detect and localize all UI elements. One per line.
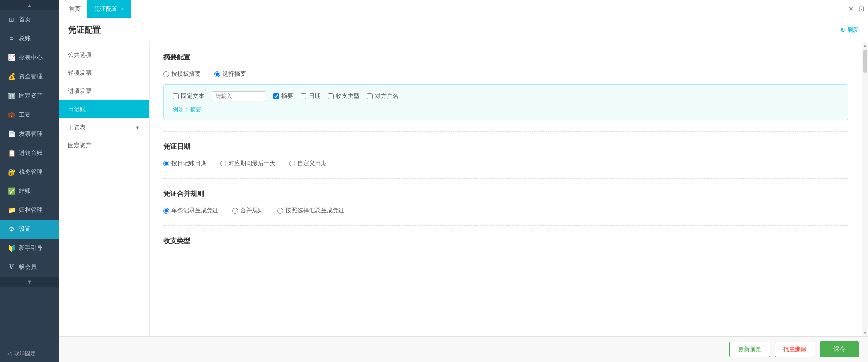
ledger-icon: ≡ bbox=[7, 35, 15, 42]
update-preview-button[interactable]: 更新预览 bbox=[729, 342, 770, 357]
left-nav-label: 销项发票 bbox=[68, 69, 92, 77]
tab-active-label: 凭证配置 bbox=[94, 5, 117, 13]
checkbox-fixed-text-label[interactable]: 固定文本 bbox=[173, 92, 204, 100]
member-icon: V bbox=[7, 264, 15, 271]
left-nav-journal[interactable]: 日记账 bbox=[59, 100, 149, 118]
sidebar-item-capital[interactable]: 💰 资金管理 bbox=[0, 67, 59, 86]
sidebar-item-guide[interactable]: 🔰 新手引导 bbox=[0, 239, 59, 258]
scroll-thumb[interactable] bbox=[863, 50, 867, 73]
left-nav-public[interactable]: 公共选项 bbox=[59, 46, 149, 64]
radio-custom-text: 自定义日期 bbox=[297, 159, 327, 167]
checkbox-summary-label[interactable]: 摘要 bbox=[273, 92, 293, 100]
right-content-wrapper: 摘要配置 按模板摘要 选择摘要 bbox=[150, 42, 862, 336]
checkbox-counterpart-text: 对方户名 bbox=[375, 92, 398, 100]
tax-icon: 🔐 bbox=[7, 168, 15, 176]
sidebar-item-settings[interactable]: ⚙ 设置 bbox=[0, 220, 59, 239]
invoice-mgr-icon: 📄 bbox=[7, 130, 15, 137]
radio-by-journal-input[interactable] bbox=[163, 161, 169, 166]
sidebar-item-home[interactable]: ⊞ 首页 bbox=[0, 10, 59, 29]
checkbox-summary-text: 摘要 bbox=[281, 92, 293, 100]
sidebar-scroll-down[interactable]: ▼ bbox=[0, 277, 59, 287]
radio-by-selection-input[interactable] bbox=[277, 208, 283, 214]
sidebar-item-invoice-mgr[interactable]: 📄 发票管理 bbox=[0, 124, 59, 143]
salary-icon: 💼 bbox=[7, 111, 15, 118]
sidebar-item-label: 总账 bbox=[19, 34, 31, 43]
right-scrollbar[interactable]: ▲ ▼ bbox=[862, 42, 868, 336]
page-header: 凭证配置 ↻ 刷新 bbox=[59, 18, 868, 42]
left-nav-sales[interactable]: 销项发票 bbox=[59, 64, 149, 82]
radio-merge-input[interactable] bbox=[232, 208, 238, 214]
scroll-up-arrow[interactable]: ▲ bbox=[863, 43, 868, 48]
checkbox-counterpart-label[interactable]: 对方户名 bbox=[367, 92, 398, 100]
fixed-text-input[interactable] bbox=[212, 91, 266, 101]
sidebar-item-assets[interactable]: 🏢 固定资产 bbox=[0, 86, 59, 105]
archive-icon: 📁 bbox=[7, 206, 15, 214]
refresh-button[interactable]: ↻ 刷新 bbox=[840, 26, 859, 34]
date-radio-group: 按日记账日期 对应期间最后一天 自定义日期 bbox=[163, 159, 848, 167]
tab-close-icon[interactable]: × bbox=[121, 6, 124, 12]
checkbox-counterpart-input[interactable] bbox=[367, 93, 373, 99]
sidebar-item-settle[interactable]: ✅ 结账 bbox=[0, 181, 59, 201]
checkbox-fixed-text-input[interactable] bbox=[173, 93, 179, 99]
radio-by-period-label[interactable]: 对应期间最后一天 bbox=[220, 159, 276, 167]
sidebar-item-ledger2[interactable]: 📋 进销台账 bbox=[0, 143, 59, 162]
assets-icon: 🏢 bbox=[7, 92, 15, 99]
left-nav-payroll[interactable]: 工资表 ▼ bbox=[59, 118, 149, 137]
radio-select-label[interactable]: 选择摘要 bbox=[214, 70, 246, 78]
sidebar-item-member[interactable]: V 畅会员 bbox=[0, 258, 59, 277]
example-label: 例如： bbox=[173, 106, 189, 113]
checkbox-income-type-label[interactable]: 收支类型 bbox=[328, 92, 359, 100]
radio-select-text: 选择摘要 bbox=[223, 70, 246, 78]
left-nav-label: 日记账 bbox=[68, 105, 86, 113]
batch-delete-button[interactable]: 批量删除 bbox=[775, 342, 815, 357]
radio-select-input[interactable] bbox=[214, 71, 220, 77]
section-merge: 凭证合并规则 单条记录生成凭证 合并规则 bbox=[163, 190, 848, 226]
radio-by-period-input[interactable] bbox=[220, 161, 226, 166]
sidebar-item-ledger[interactable]: ≡ 总账 bbox=[0, 29, 59, 48]
unpin-icon: ◁ bbox=[7, 351, 11, 357]
sidebar-item-report[interactable]: 📈 报表中心 bbox=[0, 48, 59, 67]
radio-single-input[interactable] bbox=[163, 208, 169, 214]
chevron-down-icon: ▼ bbox=[135, 125, 140, 130]
window-maximize-icon[interactable]: ⊡ bbox=[858, 5, 864, 13]
sidebar-unpin-button[interactable]: ◁ 取消固定 bbox=[0, 345, 59, 362]
checkbox-summary-input[interactable] bbox=[273, 93, 279, 99]
sidebar-item-label: 发票管理 bbox=[19, 130, 43, 138]
sidebar-item-label: 归档管理 bbox=[19, 206, 43, 214]
sidebar-item-label: 工资 bbox=[19, 111, 31, 119]
summary-radio-group: 按模板摘要 选择摘要 bbox=[163, 70, 848, 78]
window-close-icon[interactable]: ✕ bbox=[848, 5, 854, 13]
radio-custom-input[interactable] bbox=[289, 161, 295, 166]
radio-template-input[interactable] bbox=[163, 71, 169, 77]
save-button[interactable]: 保存 bbox=[820, 341, 859, 357]
radio-custom-label[interactable]: 自定义日期 bbox=[289, 159, 327, 167]
left-nav-purchase[interactable]: 进项发票 bbox=[59, 82, 149, 100]
settings-icon: ⚙ bbox=[7, 225, 15, 233]
sidebar-item-tax[interactable]: 🔐 税务管理 bbox=[0, 162, 59, 181]
checkbox-date-input[interactable] bbox=[301, 93, 306, 99]
guide-icon: 🔰 bbox=[7, 245, 15, 252]
radio-merge-label[interactable]: 合并规则 bbox=[232, 206, 264, 215]
radio-template-label[interactable]: 按模板摘要 bbox=[163, 70, 201, 78]
left-nav: 公共选项 销项发票 进项发票 日记账 工资表 ▼ 固定资产 bbox=[59, 42, 150, 336]
radio-by-selection-label[interactable]: 按照选择汇总生成凭证 bbox=[277, 206, 344, 215]
refresh-icon: ↻ bbox=[840, 27, 845, 34]
tab-voucher-config[interactable]: 凭证配置 × bbox=[87, 0, 131, 18]
tab-home[interactable]: 首页 bbox=[63, 0, 87, 18]
sidebar-item-salary[interactable]: 💼 工资 bbox=[0, 105, 59, 124]
radio-single-label[interactable]: 单条记录生成凭证 bbox=[163, 206, 218, 215]
left-nav-label: 固定资产 bbox=[68, 142, 92, 150]
left-nav-fixed[interactable]: 固定资产 bbox=[59, 137, 149, 155]
sidebar-item-label: 畅会员 bbox=[19, 263, 37, 271]
page-content: 凭证配置 ↻ 刷新 公共选项 销项发票 进项发票 日记账 bbox=[59, 18, 868, 362]
report-icon: 📈 bbox=[7, 54, 15, 61]
checkbox-income-type-input[interactable] bbox=[328, 93, 334, 99]
sidebar-scroll-up[interactable]: ▲ bbox=[0, 0, 59, 10]
sidebar-item-archive[interactable]: 📁 归档管理 bbox=[0, 201, 59, 220]
scroll-down-arrow[interactable]: ▼ bbox=[863, 330, 868, 335]
capital-icon: 💰 bbox=[7, 73, 15, 80]
radio-by-journal-label[interactable]: 按日记账日期 bbox=[163, 159, 207, 167]
sidebar-item-label: 进销台账 bbox=[19, 149, 43, 157]
checkbox-date-label[interactable]: 日期 bbox=[301, 92, 320, 100]
sidebar-item-label: 首页 bbox=[19, 15, 31, 24]
